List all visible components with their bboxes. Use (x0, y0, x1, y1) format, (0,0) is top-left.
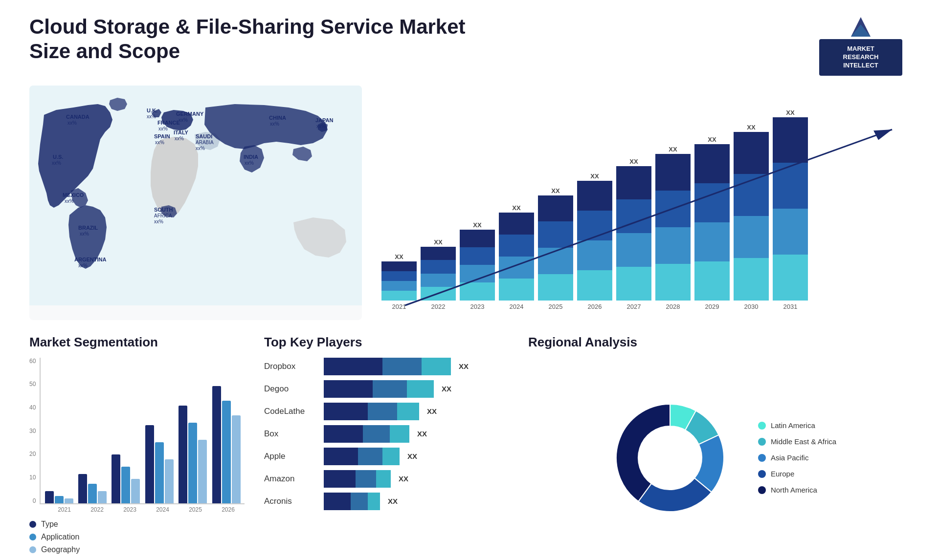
player-row: DropboxXX (264, 358, 509, 375)
map-container: CANADA xx% U.S. xx% MEXICO xx% BRAZIL xx… (29, 86, 362, 320)
seg-x-labels: 2021 2022 2023 2024 2025 2026 (29, 506, 245, 513)
bar-seg1 (324, 425, 363, 443)
bar-segment (773, 255, 808, 301)
growth-chart-container: XX2021XX2022XX2023XX2024XX2025XX2026XX20… (381, 86, 910, 320)
player-bar (324, 358, 451, 375)
bar-segment (616, 166, 651, 200)
players-list: DropboxXXDegooXXCodeLatheXXBoxXXAppleXXA… (264, 358, 509, 510)
player-value: XX (388, 497, 398, 505)
bar-segment (538, 248, 573, 274)
bar-segment (421, 287, 456, 301)
svg-text:ARGENTINA: ARGENTINA (74, 257, 106, 262)
player-value: XX (407, 452, 417, 460)
bar-segment (616, 199, 651, 233)
player-row: AcronisXX (264, 493, 509, 510)
player-bar (324, 470, 391, 488)
bar-xx-label: XX (434, 238, 442, 246)
bar-xx-label: XX (473, 221, 481, 229)
seg-group (110, 454, 141, 503)
stacked-bar (655, 154, 691, 301)
bar-xx-label: XX (747, 124, 755, 131)
svg-text:SPAIN: SPAIN (154, 133, 170, 139)
bar-xx-label: XX (786, 109, 794, 116)
regional-legend-dot (758, 454, 766, 462)
year-label: 2021 (392, 303, 406, 310)
seg-bar (65, 498, 73, 503)
bar-segment (694, 261, 730, 301)
bar-seg2 (356, 470, 376, 488)
svg-text:xx%: xx% (154, 219, 163, 224)
bar-seg2 (373, 380, 407, 398)
svg-text:JAPAN: JAPAN (315, 117, 334, 123)
svg-text:MEXICO: MEXICO (63, 192, 84, 198)
bar-segment (460, 282, 495, 300)
bar-xx-label: XX (669, 146, 677, 153)
growth-bar-col: XX2027 (616, 158, 651, 310)
player-name: Amazon (264, 474, 318, 484)
bar-seg3 (397, 403, 419, 420)
seg-chart-area (40, 358, 245, 504)
bar-segment (773, 163, 808, 209)
logo-box: MARKET RESEARCH INTELLECT (819, 39, 902, 76)
regional-legend-label: Latin America (771, 421, 815, 430)
regional-legend-label: Middle East & Africa (771, 437, 836, 446)
bar-segment (538, 195, 573, 222)
bottom-section: Market Segmentation 60 50 40 30 20 10 0 (29, 335, 910, 560)
players-container: Top Key Players DropboxXXDegooXXCodeLath… (264, 335, 509, 560)
growth-bar-col: XX2028 (655, 146, 691, 310)
year-label: 2024 (510, 303, 524, 310)
bar-segment (773, 209, 808, 255)
svg-text:FRANCE: FRANCE (157, 120, 180, 126)
seg-bar (232, 415, 241, 503)
seg-bar (155, 442, 164, 503)
regional-legend-item: North America (758, 486, 836, 494)
player-bar (324, 425, 409, 443)
legend-item-application: Application (29, 533, 245, 541)
players-title: Top Key Players (264, 335, 509, 350)
seg-bar (78, 474, 87, 503)
bar-segment (460, 247, 495, 265)
stacked-bar (460, 230, 495, 301)
svg-text:CANADA: CANADA (66, 114, 89, 120)
regional-legend-label: Europe (771, 470, 794, 478)
bar-segment (655, 264, 691, 301)
bar-segment (381, 281, 417, 291)
svg-text:SAUDI: SAUDI (196, 133, 212, 139)
bar-seg1 (324, 470, 356, 488)
player-bar-container: XX (324, 448, 509, 465)
bar-segment (538, 221, 573, 248)
bar-seg2 (363, 425, 390, 443)
svg-text:xx%: xx% (80, 231, 89, 237)
bar-segment (460, 230, 495, 247)
svg-text:xx%: xx% (245, 160, 254, 166)
logo-icon (846, 15, 875, 39)
growth-bar-col: XX2026 (577, 172, 612, 310)
regional-title: Regional Analysis (528, 335, 910, 350)
year-label: 2029 (705, 303, 719, 310)
year-label: 2027 (627, 303, 641, 310)
bar-seg1 (324, 358, 382, 375)
bar-segment (499, 257, 534, 279)
bar-seg2 (358, 448, 382, 465)
bar-segment (421, 274, 456, 287)
player-value: XX (417, 430, 427, 438)
bar-segment (421, 247, 456, 260)
svg-text:CHINA: CHINA (269, 115, 286, 121)
stacked-bar (538, 195, 573, 301)
player-bar-container: XX (324, 358, 509, 375)
logo-line3: INTELLECT (827, 62, 894, 70)
svg-text:xx%: xx% (52, 160, 61, 166)
seg-bar (198, 440, 207, 503)
bar-xx-label: XX (395, 253, 403, 260)
player-row: DegooXX (264, 380, 509, 398)
regional-legend-item: Middle East & Africa (758, 437, 836, 446)
seg-y-axis: 60 50 40 30 20 10 0 (29, 358, 40, 504)
regional-legend-dot (758, 422, 766, 430)
svg-text:xx%: xx% (147, 114, 156, 119)
player-bar (324, 493, 380, 510)
svg-text:ARABIA: ARABIA (196, 140, 214, 145)
regional-legend: Latin AmericaMiddle East & AfricaAsia Pa… (758, 421, 836, 494)
bar-segment (381, 261, 417, 271)
bar-xx-label: XX (629, 158, 638, 165)
bar-segment (577, 270, 612, 300)
